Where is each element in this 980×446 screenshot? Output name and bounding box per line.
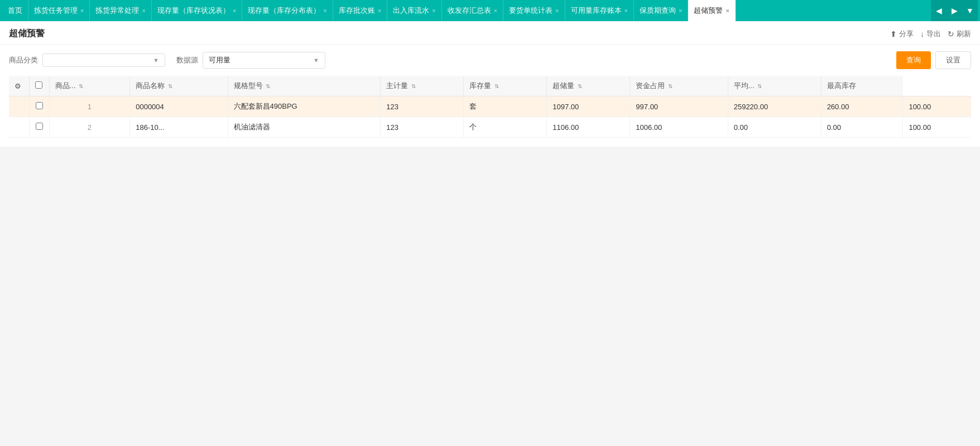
nav-item-inout-flow[interactable]: 出入库流水× (387, 0, 441, 21)
close-icon[interactable]: × (494, 7, 497, 14)
close-icon[interactable]: × (378, 7, 381, 14)
close-icon[interactable]: × (323, 7, 326, 14)
row-product-name: 机油滤清器 (228, 117, 381, 138)
row-max-stock: 100.00 (903, 117, 971, 138)
sort-icon-spec: ⇅ (266, 83, 270, 89)
share-button[interactable]: ⬆ 分享 (890, 29, 914, 39)
row-gear-cell (9, 96, 29, 117)
nav-item-quality-check[interactable]: 保质期查询× (634, 0, 688, 21)
row-unit: 套 (464, 96, 547, 117)
chevron-down-icon-2: ▼ (313, 57, 319, 64)
col-checkbox (29, 76, 49, 96)
col-product-name[interactable]: 商品名称 ⇅ (130, 76, 228, 96)
sort-icon-unit: ⇅ (411, 83, 416, 89)
row-checkbox[interactable] (36, 123, 43, 130)
row-capital: 0.00 (728, 117, 821, 138)
nav-item-overstock[interactable]: 超储预警× (688, 0, 735, 21)
datasource-label: 数据源 (176, 55, 198, 65)
refresh-icon: ↻ (948, 30, 954, 38)
col-stock[interactable]: 库存量 ⇅ (464, 76, 547, 96)
table-container: ⚙ 商品... ⇅ 商品名称 ⇅ 规格型号 ⇅ (0, 76, 980, 147)
row-spec: 123 (381, 117, 464, 138)
query-button[interactable]: 查询 (896, 51, 931, 69)
close-icon[interactable]: × (624, 7, 628, 14)
col-capital[interactable]: 资金占用 ⇅ (630, 76, 728, 96)
page-header: 超储预警 ⬆ 分享 ↓ 导出 ↻ 刷新 (0, 21, 980, 45)
export-button[interactable]: ↓ 导出 (920, 29, 941, 39)
close-icon[interactable]: × (233, 7, 236, 14)
row-overstock: 1006.00 (630, 117, 728, 138)
nav-item-recv-summary[interactable]: 收发存汇总表× (442, 0, 503, 21)
sort-icon-capital: ⇅ (668, 83, 672, 89)
row-checkbox-cell (29, 96, 49, 117)
row-num: 1 (49, 96, 130, 117)
filter-buttons: 查询 设置 (896, 51, 971, 69)
close-icon[interactable]: × (80, 7, 84, 14)
nav-item-inventory-dist[interactable]: 现存量（库存分布表）× (242, 0, 333, 21)
sort-icon-code: ⇅ (79, 83, 83, 89)
filter-area: 商品分类 ▼ 数据源 可用量 ▼ 查询 设置 (0, 45, 980, 76)
table-row: 2 186-10... 机油滤清器 123 个 1106.00 1006.00 … (9, 117, 971, 138)
chevron-down-icon: ▼ (153, 57, 159, 64)
row-overstock: 997.00 (630, 96, 728, 117)
nav-item-avail-account[interactable]: 可用量库存账本× (565, 0, 634, 21)
row-capital: 259220.00 (728, 96, 821, 117)
close-icon[interactable]: × (432, 7, 435, 14)
share-icon: ⬆ (890, 30, 897, 38)
nav-item-inventory-status[interactable]: 现存量（库存状况表）× (152, 0, 242, 21)
close-icon[interactable]: × (726, 7, 729, 14)
data-table: ⚙ 商品... ⇅ 商品名称 ⇅ 规格型号 ⇅ (9, 76, 971, 138)
header-actions: ⬆ 分享 ↓ 导出 ↻ 刷新 (890, 29, 971, 39)
datasource-select-value: 可用量 (209, 55, 230, 65)
row-avg: 0.00 (821, 117, 903, 138)
row-product-code: 0000004 (130, 96, 228, 117)
select-all-checkbox[interactable] (35, 81, 42, 89)
datasource-select[interactable]: 可用量 ▼ (203, 52, 325, 69)
col-unit[interactable]: 主计量 ⇅ (381, 76, 464, 96)
sort-icon-stock: ⇅ (494, 83, 499, 89)
row-unit: 个 (464, 117, 547, 138)
col-spec[interactable]: 规格型号 ⇅ (228, 76, 381, 96)
sort-icon-name: ⇅ (168, 83, 172, 89)
col-avg[interactable]: 平均... ⇅ (728, 76, 821, 96)
row-product-name: 六配套新昌490BPG (228, 96, 381, 117)
nav-arrows: ◀ ▶ ▼ (931, 0, 978, 21)
category-select[interactable]: ▼ (42, 54, 165, 67)
nav-item-task-mgmt[interactable]: 拣货任务管理× (28, 0, 90, 21)
top-navigation: 首页拣货任务管理×拣货异常处理×现存量（库存状况表）×现存量（库存分布表）×库存… (0, 0, 980, 21)
nav-item-abnormal[interactable]: 拣货异常处理× (90, 0, 151, 21)
row-spec: 123 (381, 96, 464, 117)
col-product-code[interactable]: 商品... ⇅ (49, 76, 130, 96)
table-header-row: ⚙ 商品... ⇅ 商品名称 ⇅ 规格型号 ⇅ (9, 76, 971, 96)
close-icon[interactable]: × (555, 7, 559, 14)
nav-next-button[interactable]: ▶ (947, 0, 962, 21)
sort-icon-overstock: ⇅ (578, 83, 582, 89)
gear-icon[interactable]: ⚙ (15, 82, 21, 90)
row-max-stock: 100.00 (903, 96, 971, 117)
refresh-button[interactable]: ↻ 刷新 (948, 29, 971, 39)
col-overstock[interactable]: 超储量 ⇅ (547, 76, 630, 96)
col-max-stock[interactable]: 最高库存 (821, 76, 903, 96)
export-icon: ↓ (920, 30, 924, 38)
row-num: 2 (49, 117, 130, 138)
nav-more-button[interactable]: ▼ (962, 0, 978, 21)
row-stock: 1097.00 (547, 96, 630, 117)
nav-item-batch-account[interactable]: 库存批次账× (333, 0, 387, 21)
close-icon[interactable]: × (679, 7, 682, 14)
row-stock: 1106.00 (547, 117, 630, 138)
sort-icon-avg: ⇅ (757, 83, 762, 89)
row-gear-cell (9, 117, 29, 138)
table-row: 1 0000004 六配套新昌490BPG 123 套 1097.00 997.… (9, 96, 971, 117)
close-icon[interactable]: × (142, 7, 145, 14)
nav-prev-button[interactable]: ◀ (931, 0, 947, 21)
col-gear: ⚙ (9, 76, 29, 96)
page-content: 超储预警 ⬆ 分享 ↓ 导出 ↻ 刷新 商品分类 ▼ 数据源 (0, 21, 980, 147)
row-product-code: 186-10... (130, 117, 228, 138)
nav-item-order-stat[interactable]: 要货单统计表× (503, 0, 565, 21)
datasource-filter: 数据源 可用量 ▼ (176, 52, 325, 69)
row-checkbox[interactable] (36, 102, 43, 109)
category-filter: 商品分类 ▼ (9, 54, 165, 67)
settings-button[interactable]: 设置 (935, 51, 971, 69)
nav-item-home[interactable]: 首页 (2, 0, 28, 21)
category-label: 商品分类 (9, 55, 38, 65)
